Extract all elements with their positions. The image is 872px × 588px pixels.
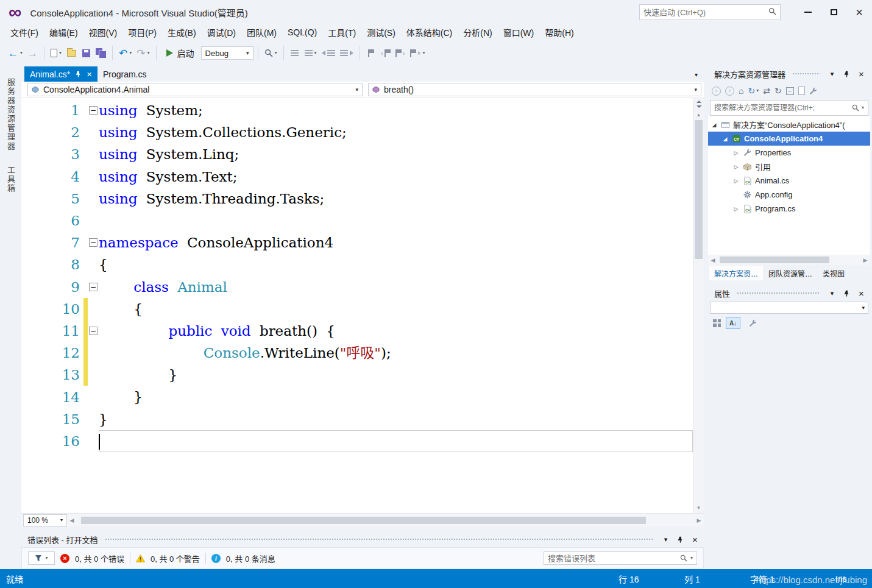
drag-handle[interactable] (737, 292, 820, 295)
scroll-left-arrow-icon[interactable]: ◀ (67, 517, 77, 523)
code-line[interactable]: 13 } (21, 364, 693, 386)
decrease-indent-button[interactable] (320, 45, 337, 61)
code-text[interactable]: { (99, 298, 693, 320)
pin-icon[interactable] (842, 288, 852, 299)
scroll-left-arrow-icon[interactable]: ◀ (708, 257, 718, 263)
increase-indent-button[interactable] (338, 45, 355, 61)
close-icon[interactable]: × (856, 288, 867, 299)
code-line[interactable]: 1−using System; (21, 99, 693, 121)
undo-button[interactable]: ↶▾ (117, 45, 133, 61)
code-line[interactable]: 4using System.Text; (21, 166, 693, 188)
drag-handle[interactable] (792, 73, 820, 76)
close-icon[interactable]: × (856, 69, 867, 79)
next-bookmark-button[interactable]: › (394, 45, 407, 61)
document-list-chevron-icon[interactable]: ▾ (695, 71, 698, 78)
properties-icon[interactable] (809, 87, 817, 95)
previous-bookmark-button[interactable]: ‹ (379, 45, 392, 61)
pending-changes-filter-icon[interactable]: ⇄ (763, 86, 770, 96)
code-text[interactable]: Console.WriteLine("呼吸"); (99, 342, 693, 364)
code-line[interactable]: 7−namespace ConsoleApplication4 (21, 232, 693, 253)
solution-search-input[interactable] (714, 104, 849, 112)
menu-item[interactable]: SQL(Q) (282, 24, 322, 40)
tool-window-tab[interactable]: 类视图 (818, 266, 849, 280)
open-file-button[interactable] (65, 45, 78, 61)
drag-handle[interactable] (105, 538, 654, 541)
close-button[interactable]: × (849, 4, 870, 20)
tree-item[interactable]: ◢C#ConsoleApplication4 (708, 132, 870, 146)
scroll-right-arrow-icon[interactable]: ▶ (694, 517, 704, 523)
menu-item[interactable]: 项目(P) (122, 24, 162, 40)
menu-item[interactable]: 团队(M) (241, 24, 282, 40)
collapse-region-icon[interactable]: − (89, 238, 97, 247)
solution-explorer-hscrollbar[interactable]: ◀ ▶ (708, 255, 870, 265)
new-file-button[interactable]: ▾ (49, 45, 63, 61)
code-text[interactable]: using System.Collections.Generic; (99, 121, 693, 143)
code-text[interactable]: using System; (99, 99, 693, 121)
collapse-region-icon[interactable]: − (89, 106, 97, 115)
code-text[interactable]: public void breath() { (99, 320, 693, 342)
code-text[interactable] (99, 430, 693, 452)
menu-item[interactable]: 工具(T) (322, 24, 361, 40)
menu-item[interactable]: 测试(S) (361, 24, 401, 40)
tool-window-tab[interactable]: 解决方案资… (709, 266, 763, 280)
tree-collapsed-arrow-icon[interactable]: ▷ (732, 164, 740, 170)
code-line[interactable]: 8{ (21, 253, 693, 275)
code-text[interactable]: using System.Text; (99, 166, 693, 188)
refresh-icon[interactable]: ↻ (775, 86, 782, 96)
save-all-button[interactable] (94, 45, 108, 61)
minimize-button[interactable] (798, 4, 818, 20)
menu-item[interactable]: 生成(B) (162, 24, 202, 40)
tree-expanded-arrow-icon[interactable]: ◢ (711, 122, 718, 128)
tree-item[interactable]: ▷C#Animal.cs (708, 174, 870, 188)
scroll-down-arrow-icon[interactable]: ▼ (693, 503, 704, 512)
tree-item[interactable]: ▷引用 (708, 160, 870, 174)
member-dropdown[interactable]: breath() ▾ (368, 83, 701, 96)
code-text[interactable]: class Animal (99, 276, 693, 298)
warning-count[interactable]: 0, 共 0 个警告 (151, 553, 200, 564)
menu-item[interactable]: 文件(F) (5, 24, 44, 40)
error-search-box[interactable]: ▾ (544, 551, 697, 565)
panel-splitter[interactable] (21, 526, 704, 531)
code-line[interactable]: 12 Console.WriteLine("呼吸"); (21, 342, 693, 364)
code-line[interactable]: 6 (21, 210, 693, 232)
code-line[interactable]: 15} (21, 408, 693, 430)
error-search-input[interactable] (548, 554, 677, 563)
properties-header[interactable]: 属性 ▾ × (708, 285, 870, 301)
panel-splitter[interactable] (704, 66, 708, 569)
find-in-files-button[interactable]: ▾ (263, 45, 279, 61)
menu-item[interactable]: 分析(N) (458, 24, 497, 40)
code-editor[interactable]: 1−using System;2using System.Collections… (21, 98, 704, 513)
tool-window-tab[interactable]: 团队资源管… (764, 266, 817, 280)
error-count[interactable]: 0, 共 0 个错误 (75, 553, 124, 564)
menu-item[interactable]: 调试(D) (202, 24, 241, 40)
menu-item[interactable]: 帮助(H) (539, 24, 579, 40)
solution-configuration-combobox[interactable]: Debug▾ (201, 46, 253, 60)
navigate-back-icon[interactable]: ‹ (712, 87, 721, 96)
pin-icon[interactable] (675, 534, 686, 545)
tool-window-rail-tab[interactable]: 服务器资源管理器 (5, 78, 16, 151)
comment-lines-button[interactable] (288, 45, 302, 61)
menu-item[interactable]: 体系结构(C) (401, 24, 458, 40)
document-tab[interactable]: Animal.cs*× (24, 66, 97, 82)
error-filter-button[interactable]: ▾ (28, 551, 55, 565)
code-line[interactable]: 16 (21, 430, 693, 452)
close-icon[interactable]: × (87, 69, 92, 79)
tree-expanded-arrow-icon[interactable]: ◢ (721, 136, 729, 142)
start-debug-button[interactable]: 启动 (161, 45, 200, 61)
code-text[interactable]: { (99, 253, 693, 275)
collapse-all-icon[interactable]: − (786, 87, 794, 95)
horizontal-scrollbar[interactable] (77, 515, 693, 525)
code-line[interactable]: 14 } (21, 386, 693, 408)
navigate-forward-icon[interactable]: › (725, 87, 734, 96)
navigate-backward-button[interactable]: ←▾ (6, 45, 24, 61)
vertical-scrollbar[interactable]: ▲ ▼ (693, 98, 704, 513)
code-text[interactable]: using System.Linq; (99, 143, 693, 165)
code-text[interactable]: } (99, 408, 693, 430)
type-dropdown[interactable]: ConsoleApplication4.Animal ▾ (27, 83, 363, 96)
menu-item[interactable]: 视图(V) (83, 24, 123, 40)
scrollbar-splitter-grip[interactable] (693, 98, 704, 110)
tree-item[interactable]: App.config (708, 188, 870, 202)
window-position-chevron-icon[interactable]: ▾ (827, 288, 837, 299)
tool-window-rail-tab[interactable]: 工具箱 (5, 166, 16, 193)
properties-object-combobox[interactable]: ▾ (710, 302, 868, 314)
